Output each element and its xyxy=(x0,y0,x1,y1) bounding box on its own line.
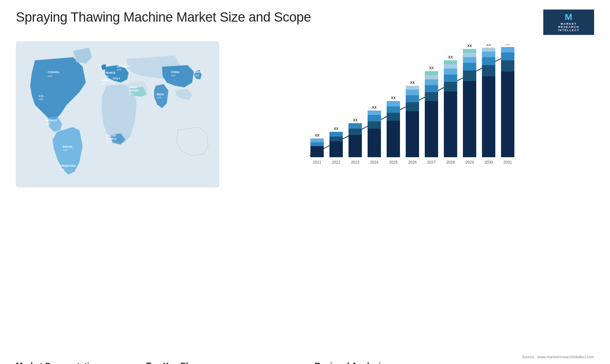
svg-rect-57 xyxy=(463,53,476,57)
logo-line2: RESEARCH xyxy=(558,25,580,29)
svg-text:XX: XX xyxy=(315,133,320,137)
svg-text:XX: XX xyxy=(486,44,491,46)
svg-rect-5 xyxy=(310,138,324,142)
svg-rect-8 xyxy=(329,141,343,157)
map-label-spain: SPAIN xyxy=(102,79,110,82)
regional-title: Regional Analysis xyxy=(315,361,594,364)
svg-text:XX: XX xyxy=(391,96,396,100)
svg-rect-58 xyxy=(463,49,476,53)
header: Spraying Thawing Machine Market Size and… xyxy=(16,10,594,35)
svg-text:XX: XX xyxy=(353,118,358,122)
logo-container: M MARKET RESEARCH INTELLECT xyxy=(543,10,594,35)
logo-letter: M xyxy=(565,13,573,22)
svg-text:2025: 2025 xyxy=(389,160,398,165)
svg-text:XX: XX xyxy=(410,81,415,84)
svg-text:2029: 2029 xyxy=(465,160,474,165)
svg-text:XX: XX xyxy=(505,44,510,46)
map-section: CANADA xx% U.S. xx% MEXICO xx% BRAZIL xx… xyxy=(16,41,219,354)
segmentation-section: Market Segmentation 60 50 40 30 20 10 0 xyxy=(16,361,137,364)
svg-rect-24 xyxy=(387,121,400,157)
svg-rect-26 xyxy=(387,106,400,113)
top-row: CANADA xx% U.S. xx% MEXICO xx% BRAZIL xx… xyxy=(16,41,594,354)
bar-chart-svg: XX 2021 XX 2022 XX 2023 xyxy=(232,44,585,172)
svg-rect-45 xyxy=(444,91,457,157)
logo-line1: MARKET xyxy=(561,22,577,25)
svg-rect-61 xyxy=(482,76,495,157)
map-value-china: xx% xyxy=(171,74,176,77)
svg-rect-71 xyxy=(501,47,514,52)
bottom-panels: Market Segmentation 60 50 40 30 20 10 0 xyxy=(16,361,594,364)
world-map-svg: CANADA xx% U.S. xx% MEXICO xx% BRAZIL xx… xyxy=(16,41,219,187)
svg-rect-30 xyxy=(406,111,419,157)
svg-rect-54 xyxy=(463,71,476,81)
svg-rect-41 xyxy=(425,75,438,79)
source-text: Source : www.marketresearchintellect.com xyxy=(522,355,594,359)
players-section: Top Key Players Techspray XX xyxy=(146,361,305,364)
chart-section: XX 2021 XX 2022 XX 2023 xyxy=(229,41,594,187)
map-label-mexico: MEXICO xyxy=(46,119,57,122)
map-label-safrica: SOUTH xyxy=(106,134,116,137)
svg-text:XX: XX xyxy=(448,55,453,59)
map-label-italy: ITALY xyxy=(113,77,120,80)
svg-rect-21 xyxy=(368,111,381,115)
svg-rect-64 xyxy=(482,51,495,57)
map-label-uk: U.K. xyxy=(98,64,103,67)
svg-rect-18 xyxy=(368,129,381,157)
svg-text:2023: 2023 xyxy=(351,160,360,165)
map-value-france: xx% xyxy=(104,75,109,78)
svg-rect-10 xyxy=(329,132,343,137)
svg-text:2024: 2024 xyxy=(370,160,379,165)
map-value-uk: xx% xyxy=(98,67,103,70)
svg-rect-48 xyxy=(444,69,457,75)
svg-text:XX: XX xyxy=(429,66,434,70)
map-value-italy: xx% xyxy=(113,80,118,83)
svg-rect-39 xyxy=(425,85,438,92)
svg-text:XX: XX xyxy=(334,127,339,131)
svg-rect-33 xyxy=(406,90,419,95)
map-value-mexico: xx% xyxy=(46,122,51,125)
map-value-argentina: xx% xyxy=(60,168,64,171)
svg-rect-70 xyxy=(501,52,514,60)
map-value-spain: xx% xyxy=(102,82,106,85)
logo-box: M MARKET RESEARCH INTELLECT xyxy=(543,10,594,35)
map-label-japan: JAPAN xyxy=(194,71,203,74)
map-label-saudi2: ARABIA xyxy=(129,89,139,92)
svg-rect-50 xyxy=(444,60,457,64)
svg-rect-68 xyxy=(501,71,514,157)
bar-chart-wrapper: XX 2021 XX 2022 XX 2023 xyxy=(229,41,594,187)
map-label-brazil: BRAZIL xyxy=(63,145,73,148)
svg-rect-37 xyxy=(425,101,438,157)
svg-text:2022: 2022 xyxy=(332,160,341,165)
svg-rect-65 xyxy=(482,48,495,51)
map-label-argentina: ARGENTINA xyxy=(60,164,76,167)
svg-text:2031: 2031 xyxy=(504,160,512,165)
svg-rect-53 xyxy=(463,81,476,157)
svg-rect-56 xyxy=(463,57,476,63)
svg-rect-3 xyxy=(310,146,324,157)
svg-text:XX: XX xyxy=(372,105,377,109)
svg-text:2030: 2030 xyxy=(485,160,493,165)
map-value-safrica: xx% xyxy=(106,141,111,144)
map-value-canada: xx% xyxy=(48,75,52,78)
svg-text:XX: XX xyxy=(467,44,472,48)
regional-section: Regional Analysis xyxy=(315,361,594,364)
svg-rect-25 xyxy=(387,113,400,121)
svg-rect-19 xyxy=(368,121,381,129)
svg-rect-55 xyxy=(463,63,476,71)
map-label-india: INDIA xyxy=(157,93,164,96)
map-label-us: U.S. xyxy=(39,94,44,98)
map-label-canada: CANADA xyxy=(48,71,59,74)
svg-rect-38 xyxy=(425,92,438,101)
svg-rect-15 xyxy=(349,123,362,129)
map-label-germany: GERMANY xyxy=(117,65,131,68)
svg-rect-13 xyxy=(349,135,362,157)
svg-rect-4 xyxy=(310,142,324,146)
page-title: Spraying Thawing Machine Market Size and… xyxy=(16,10,311,25)
logo-line3: INTELLECT xyxy=(558,29,580,32)
map-container: CANADA xx% U.S. xx% MEXICO xx% BRAZIL xx… xyxy=(16,41,219,187)
map-value-germany: xx% xyxy=(117,68,122,71)
map-value-india: xx% xyxy=(157,96,161,99)
map-label-france: FRANCE xyxy=(104,71,116,74)
svg-rect-9 xyxy=(329,137,343,141)
svg-rect-49 xyxy=(444,64,457,69)
